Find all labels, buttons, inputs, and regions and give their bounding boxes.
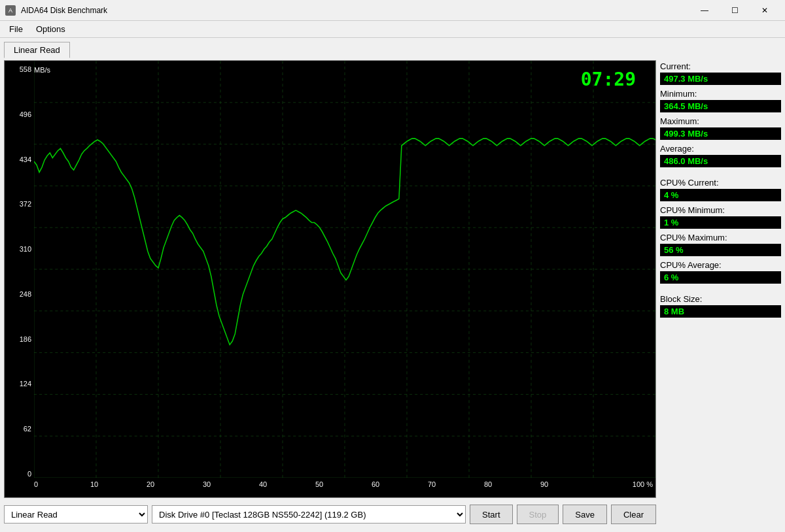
cpu-max-label: CPU% Maximum: bbox=[660, 233, 781, 242]
y-label-248: 248 bbox=[5, 291, 34, 298]
y-label-0: 0 bbox=[5, 471, 34, 478]
save-button[interactable]: Save bbox=[563, 505, 607, 524]
cpu-max-value: 56 % bbox=[660, 244, 781, 256]
x-label-60: 60 bbox=[372, 480, 428, 488]
y-label-310: 310 bbox=[5, 246, 34, 253]
tab-bar: Linear Read bbox=[4, 42, 656, 58]
stat-maximum: Maximum: 499.3 MB/s bbox=[660, 116, 781, 140]
x-label-70: 70 bbox=[428, 480, 484, 488]
title-bar-left: A AIDA64 Disk Benchmark bbox=[5, 5, 107, 16]
y-label-62: 62 bbox=[5, 425, 34, 433]
y-label-558: 558 bbox=[5, 66, 34, 73]
app-title: AIDA64 Disk Benchmark bbox=[21, 6, 107, 15]
bottom-controls: Linear Read Random Read Linear Write Ran… bbox=[4, 501, 656, 528]
spacer2 bbox=[660, 288, 781, 290]
minimum-label: Minimum: bbox=[660, 89, 781, 99]
block-size-label: Block Size: bbox=[660, 294, 781, 304]
tab-linear-read[interactable]: Linear Read bbox=[4, 42, 70, 58]
app-icon: A bbox=[5, 5, 16, 16]
x-label-80: 80 bbox=[484, 480, 540, 488]
cpu-avg-label: CPU% Average: bbox=[660, 260, 781, 270]
drive-select[interactable]: Disk Drive #0 [Teclast 128GB NS550-2242]… bbox=[152, 505, 466, 524]
cpu-min-label: CPU% Minimum: bbox=[660, 205, 781, 215]
left-panel: Linear Read MB/s 558 496 434 372 310 248… bbox=[4, 42, 656, 528]
stat-current: Current: 497.3 MB/s bbox=[660, 61, 781, 85]
menu-file[interactable]: File bbox=[3, 22, 29, 37]
y-label-124: 124 bbox=[5, 380, 34, 388]
menu-bar: File Options bbox=[0, 21, 785, 38]
stat-cpu-avg: CPU% Average: 6 % bbox=[660, 260, 781, 284]
y-label-496: 496 bbox=[5, 111, 34, 118]
cpu-current-value: 4 % bbox=[660, 189, 781, 201]
x-label-20: 20 bbox=[147, 480, 203, 488]
maximum-label: Maximum: bbox=[660, 116, 781, 126]
cpu-current-label: CPU% Current: bbox=[660, 178, 781, 188]
minimize-button[interactable]: — bbox=[689, 0, 720, 21]
x-label-90: 90 bbox=[540, 480, 597, 488]
y-label-372: 372 bbox=[5, 201, 34, 208]
chart-svg bbox=[34, 61, 655, 478]
average-label: Average: bbox=[660, 144, 781, 154]
block-size-value: 8 MB bbox=[660, 305, 781, 318]
y-label-186: 186 bbox=[5, 336, 34, 343]
x-axis-labels: 0 10 20 30 40 50 60 70 80 90 100 % bbox=[34, 478, 655, 497]
main-content: Linear Read MB/s 558 496 434 372 310 248… bbox=[0, 38, 785, 532]
cpu-avg-value: 6 % bbox=[660, 271, 781, 284]
benchmark-select[interactable]: Linear Read Random Read Linear Write Ran… bbox=[4, 505, 148, 524]
menu-options[interactable]: Options bbox=[29, 22, 72, 37]
maximize-button[interactable]: ☐ bbox=[720, 0, 750, 21]
cpu-min-value: 1 % bbox=[660, 216, 781, 229]
maximum-value: 499.3 MB/s bbox=[660, 127, 781, 140]
chart-area: MB/s 558 496 434 372 310 248 186 124 62 … bbox=[4, 60, 656, 498]
close-button[interactable]: ✕ bbox=[750, 0, 780, 21]
current-value: 497.3 MB/s bbox=[660, 73, 781, 85]
y-axis-labels: 558 496 434 372 310 248 186 124 62 0 bbox=[5, 61, 34, 478]
x-label-10: 10 bbox=[90, 480, 147, 488]
current-label: Current: bbox=[660, 61, 781, 71]
x-label-30: 30 bbox=[203, 480, 259, 488]
clear-button[interactable]: Clear bbox=[611, 505, 656, 524]
y-label-434: 434 bbox=[5, 156, 34, 163]
stat-cpu-min: CPU% Minimum: 1 % bbox=[660, 205, 781, 229]
right-panel: Current: 497.3 MB/s Minimum: 364.5 MB/s … bbox=[660, 42, 781, 528]
stat-cpu-max: CPU% Maximum: 56 % bbox=[660, 233, 781, 256]
stat-cpu-current: CPU% Current: 4 % bbox=[660, 178, 781, 201]
x-label-50: 50 bbox=[315, 480, 372, 488]
title-bar: A AIDA64 Disk Benchmark — ☐ ✕ bbox=[0, 0, 785, 21]
x-label-100: 100 % bbox=[597, 480, 655, 488]
title-controls: — ☐ ✕ bbox=[689, 0, 780, 21]
x-label-0: 0 bbox=[34, 480, 90, 488]
chart-canvas bbox=[34, 61, 655, 478]
stat-block-size: Block Size: 8 MB bbox=[660, 294, 781, 318]
stop-button[interactable]: Stop bbox=[517, 505, 559, 524]
stat-minimum: Minimum: 364.5 MB/s bbox=[660, 89, 781, 112]
average-value: 486.0 MB/s bbox=[660, 155, 781, 167]
minimum-value: 364.5 MB/s bbox=[660, 100, 781, 112]
spacer1 bbox=[660, 171, 781, 174]
x-label-40: 40 bbox=[259, 480, 315, 488]
stat-average: Average: 486.0 MB/s bbox=[660, 144, 781, 167]
start-button[interactable]: Start bbox=[470, 505, 512, 524]
